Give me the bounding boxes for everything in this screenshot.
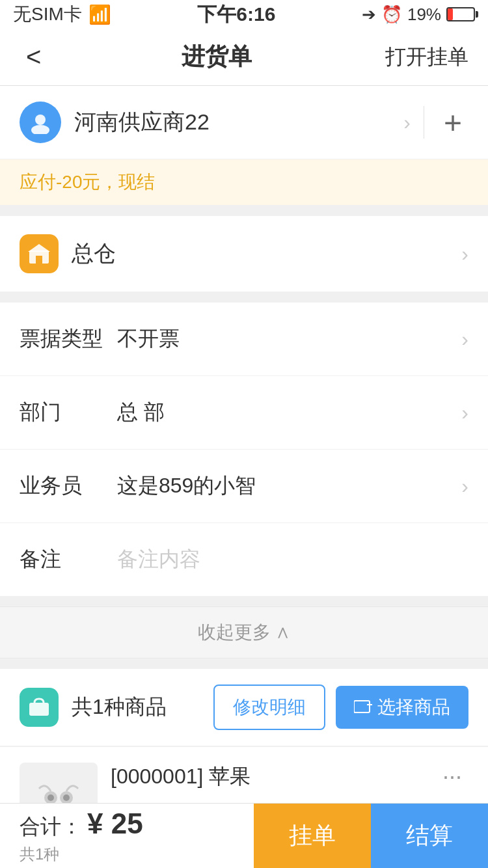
back-button[interactable]: < xyxy=(20,36,47,78)
products-icon xyxy=(20,688,59,727)
status-left: 无SIM卡 📶 xyxy=(13,2,111,27)
salesperson-value: 这是859的小智 xyxy=(104,472,455,500)
total-section: 合计： ¥ 25 共1种 xyxy=(0,807,254,865)
product-more-button[interactable]: ··· xyxy=(436,763,468,790)
svg-rect-5 xyxy=(29,703,49,716)
warehouse-chevron-icon: › xyxy=(461,242,468,266)
supplier-section: 河南供应商22 › + 应付-20元，现结 xyxy=(0,86,488,206)
edit-detail-button[interactable]: 修改明细 xyxy=(213,685,325,730)
salesperson-label: 业务员 xyxy=(20,472,104,500)
product-name: [0000001] 苹果 xyxy=(111,763,436,791)
page-title: 进货单 xyxy=(182,41,252,73)
department-label: 部门 xyxy=(20,398,104,427)
select-product-label: 选择商品 xyxy=(377,695,450,720)
hold-button[interactable]: 挂单 xyxy=(254,804,371,869)
battery-fill xyxy=(448,8,453,20)
total-label: 合计： xyxy=(20,813,82,841)
svg-point-1 xyxy=(31,125,49,134)
department-row[interactable]: 部门 总 部 › xyxy=(0,376,488,450)
wifi-icon: 📶 xyxy=(88,4,111,25)
select-product-button[interactable]: 选择商品 xyxy=(336,686,468,729)
products-count: 共1种商品 xyxy=(72,693,213,722)
total-count: 共1种 xyxy=(20,844,234,865)
status-bar: 无SIM卡 📶 下午6:16 ➔ ⏰ 19% xyxy=(0,0,488,29)
supplier-row[interactable]: 河南供应商22 › + xyxy=(0,86,488,159)
alarm-icon: ⏰ xyxy=(381,5,402,25)
collapse-bar[interactable]: 收起更多 ∧ xyxy=(0,606,488,658)
supplier-name: 河南供应商22 xyxy=(74,107,397,137)
total-main: 合计： ¥ 25 xyxy=(20,807,234,841)
remark-label: 备注 xyxy=(20,545,104,574)
supplier-notice: 应付-20元，现结 xyxy=(0,159,488,206)
salesperson-chevron-icon: › xyxy=(461,474,468,498)
content: 河南供应商22 › + 应付-20元，现结 总仓 › 票据类型 不开票 › xyxy=(0,86,488,868)
product-title: 苹果 xyxy=(209,765,251,788)
svg-marker-3 xyxy=(28,244,50,252)
status-right: ➔ ⏰ 19% xyxy=(362,5,475,25)
warehouse-name: 总仓 xyxy=(72,239,455,269)
product-code: [0000001] xyxy=(111,765,203,788)
add-supplier-button[interactable]: + xyxy=(437,105,468,141)
time-label: 下午6:16 xyxy=(197,1,275,28)
remark-row[interactable]: 备注 备注内容 xyxy=(0,523,488,596)
checkout-button[interactable]: 结算 xyxy=(371,804,488,869)
svg-point-0 xyxy=(35,115,46,125)
warehouse-row[interactable]: 总仓 › xyxy=(0,216,488,292)
battery-percent: 19% xyxy=(407,5,441,25)
supplier-divider xyxy=(424,106,424,139)
location-icon: ➔ xyxy=(362,5,376,25)
svg-point-12 xyxy=(63,794,70,801)
invoice-chevron-icon: › xyxy=(461,327,468,351)
open-hold-button[interactable]: 打开挂单 xyxy=(385,43,468,72)
battery-icon xyxy=(446,7,475,21)
remark-input[interactable]: 备注内容 xyxy=(104,545,468,574)
invoice-type-value: 不开票 xyxy=(104,325,455,353)
svg-rect-6 xyxy=(354,701,370,712)
svg-rect-4 xyxy=(36,256,42,264)
svg-point-11 xyxy=(47,794,54,801)
supplier-chevron-icon: › xyxy=(403,111,411,135)
warehouse-icon xyxy=(20,234,59,273)
total-amount: ¥ 25 xyxy=(87,807,143,840)
invoice-type-row[interactable]: 票据类型 不开票 › xyxy=(0,303,488,376)
salesperson-row[interactable]: 业务员 这是859的小智 › xyxy=(0,450,488,523)
nav-bar: < 进货单 打开挂单 xyxy=(0,29,488,86)
department-chevron-icon: › xyxy=(461,401,468,425)
carrier-label: 无SIM卡 xyxy=(13,2,82,27)
products-header: 共1种商品 修改明细 选择商品 xyxy=(0,669,488,746)
bottom-bar: 合计： ¥ 25 共1种 挂单 结算 xyxy=(0,803,488,868)
supplier-avatar xyxy=(20,102,61,143)
form-section: 票据类型 不开票 › 部门 总 部 › 业务员 这是859的小智 › 备注 备注… xyxy=(0,303,488,596)
invoice-type-label: 票据类型 xyxy=(20,325,104,353)
department-value: 总 部 xyxy=(104,398,455,427)
warehouse-section: 总仓 › xyxy=(0,216,488,292)
